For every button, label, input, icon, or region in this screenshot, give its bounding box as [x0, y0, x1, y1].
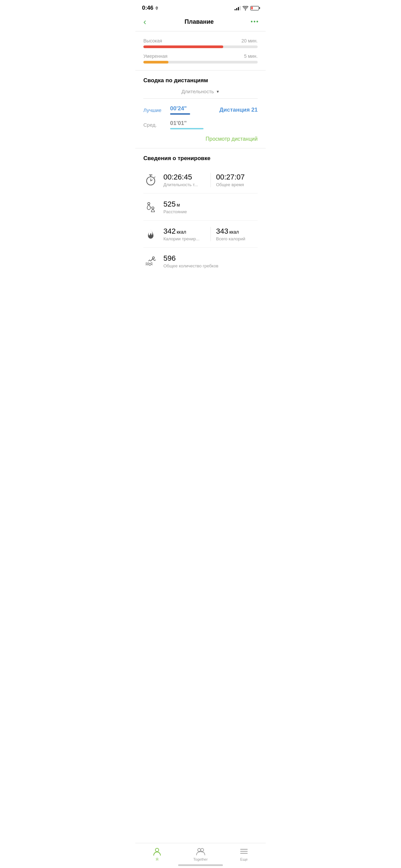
avg-value-block: 01'01": [170, 120, 258, 129]
distance-data: 525м Расстояние: [163, 200, 258, 214]
svg-point-3: [152, 257, 154, 259]
best-value-block: 00'24": [170, 105, 219, 115]
workout-duration-cell: 00:26:45 Длительность т...: [163, 173, 205, 187]
progress-fill-high: [143, 45, 223, 48]
total-calories-label: Всего калорий: [216, 236, 258, 241]
more-button[interactable]: •••: [251, 19, 259, 25]
distance-cell: 525м Расстояние: [163, 200, 258, 214]
distance-value: 525м: [163, 200, 258, 209]
strokes-data: 596 Общее количество гребков: [163, 254, 258, 269]
training-row-strokes: 596 Общее количество гребков: [143, 248, 258, 274]
signal-icon: [235, 6, 241, 10]
training-section: Сведения о тренировке 00:26:45: [135, 148, 266, 281]
total-time-label: Общее время: [216, 182, 258, 187]
intensity-label-high: Высокая: [143, 38, 162, 43]
dropdown-label: Длительность: [181, 89, 214, 94]
swim-icon: [143, 254, 158, 269]
workout-calories-value: 342ккал: [163, 227, 205, 236]
intensity-row-high: Высокая 20 мин.: [143, 38, 258, 48]
view-distances-button[interactable]: Просмотр дистанций: [143, 132, 258, 148]
battery-icon: [250, 6, 259, 10]
calories-divider: [211, 227, 211, 241]
dropdown-arrow-icon: ▼: [216, 90, 220, 94]
distance-section: Сводка по дистанциям Длительность ▼ Лучш…: [135, 70, 266, 148]
status-bar: 0:46: [135, 0, 266, 14]
total-calories-value: 343ккал: [216, 227, 258, 236]
distance-stats: Лучшие 00'24" Дистанция 21 Сред. 01'01": [143, 103, 258, 132]
wifi-icon: [243, 6, 248, 10]
page-title: Плавание: [184, 19, 214, 25]
workout-duration-label: Длительность т...: [163, 182, 205, 187]
total-calories-cell: 343ккал Всего калорий: [216, 227, 258, 241]
avg-label: Сред.: [143, 122, 170, 128]
best-distance: Дистанция 21: [219, 106, 258, 113]
total-time-value: 00:27:07: [216, 173, 258, 182]
distance-divider: [143, 98, 258, 99]
intensity-label-moderate: Умеренная: [143, 54, 167, 59]
avg-stat-row: Сред. 01'01": [143, 117, 258, 132]
strokes-cell: 596 Общее количество гребков: [163, 254, 258, 269]
stopwatch-icon: [143, 173, 158, 187]
distance-section-title: Сводка по дистанциям: [143, 77, 258, 84]
best-bar: [170, 113, 190, 115]
best-label: Лучшие: [143, 107, 170, 113]
distance-icon: [143, 199, 158, 214]
workout-calories-label: Калории тренир...: [163, 236, 205, 241]
best-stat-row: Лучшие 00'24" Дистанция 21: [143, 103, 258, 117]
intensity-value-high: 20 мин.: [241, 38, 258, 43]
progress-fill-moderate: [143, 61, 168, 63]
intensity-section: Высокая 20 мин. Умеренная 5 мин.: [135, 31, 266, 70]
status-time: 0:46: [142, 5, 159, 11]
back-button[interactable]: ‹: [142, 17, 148, 27]
progress-track-moderate: [143, 61, 258, 63]
strokes-label: Общее количество гребков: [163, 264, 258, 269]
calories-data: 342ккал Калории тренир... 343ккал Всего …: [163, 227, 258, 241]
status-icons: [235, 6, 259, 10]
intensity-value-moderate: 5 мин.: [244, 54, 258, 59]
strokes-value: 596: [163, 254, 258, 263]
avg-bar: [170, 128, 204, 129]
distance-label: Расстояние: [163, 209, 258, 214]
flame-icon: [143, 227, 158, 241]
best-time-value: 00'24": [170, 105, 219, 112]
workout-duration-value: 00:26:45: [163, 173, 205, 182]
progress-track-high: [143, 45, 258, 48]
training-section-title: Сведения о тренировке: [143, 155, 258, 162]
total-time-cell: 00:27:07 Общее время: [216, 173, 258, 187]
data-divider: [211, 173, 211, 187]
duration-dropdown[interactable]: Длительность ▼: [143, 89, 258, 94]
training-row-calories: 342ккал Калории тренир... 343ккал Всего …: [143, 221, 258, 248]
avg-time-value: 01'01": [170, 120, 258, 127]
training-grid: 00:26:45 Длительность т... 00:27:07 Обще…: [143, 166, 258, 274]
nav-header: ‹ Плавание •••: [135, 14, 266, 31]
training-row-duration: 00:26:45 Длительность т... 00:27:07 Обще…: [143, 166, 258, 193]
duration-data: 00:26:45 Длительность т... 00:27:07 Обще…: [163, 173, 258, 187]
intensity-row-moderate: Умеренная 5 мин.: [143, 54, 258, 63]
location-status-icon: [155, 6, 159, 10]
workout-calories-cell: 342ккал Калории тренир...: [163, 227, 205, 241]
training-row-distance: 525м Расстояние: [143, 193, 258, 221]
